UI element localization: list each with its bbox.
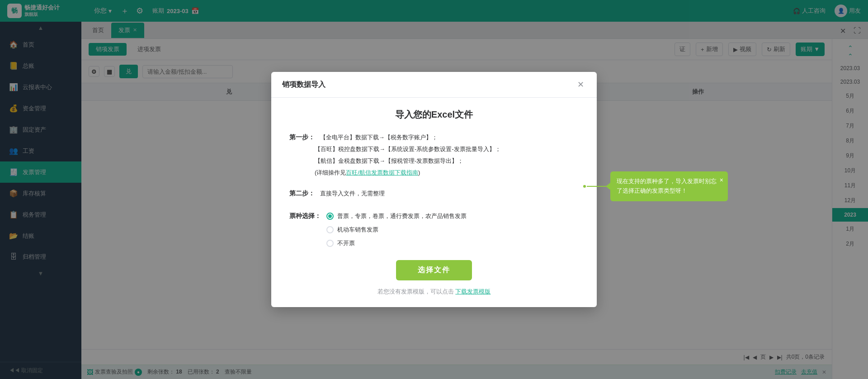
tooltip-text: 现在支持的票种多了，导入发票时别忘了选择正确的发票类型呀！ [617, 178, 717, 194]
download-template-link[interactable]: 下载发票模版 [455, 288, 491, 295]
radio-group: 普票，专票，卷票，通行费发票，农产品销售发票 机动车销售发票 不开票 [326, 212, 467, 247]
modal-title: 销项数据导入 [282, 80, 326, 90]
step1-link: (详细操作见百旺/航信发票数据下载指南) [315, 167, 579, 179]
radio-circle-3 [326, 240, 334, 247]
modal-close-btn[interactable]: ✕ [575, 79, 586, 90]
radio-dot-1 [328, 214, 332, 218]
radio-circle-2 [326, 226, 334, 233]
step1-line3: 【航信】金税盘数据下载→【报税管理-发票数据导出】； [315, 155, 579, 167]
step1-indent: 【百旺】税控盘数据下载→【系统设置-系统参数设置-发票批量导入】； 【航信】金税… [289, 143, 579, 179]
modal-main-title: 导入您的Excel文件 [289, 109, 579, 121]
tooltip-close-btn[interactable]: × [720, 175, 723, 185]
step2-text: 直接导入文件，无需整理 [320, 190, 385, 197]
radio-circle-1 [326, 213, 334, 220]
step1-label: 第一步： [289, 133, 315, 142]
radio-item-3[interactable]: 不开票 [326, 239, 467, 247]
step1-line1: 【全电平台】数据下载→【税务数字账户】； [320, 134, 438, 141]
modal-body: 导入您的Excel文件 第一步： 【全电平台】数据下载→【税务数字账户】； 【百… [271, 98, 597, 307]
modal-footer: 若您没有发票模版，可以点击 下载发票模版 [289, 288, 579, 296]
radio-label-3: 不开票 [337, 239, 355, 247]
step1-line2: 【百旺】税控盘数据下载→【系统设置-系统参数设置-发票批量导入】； [315, 143, 579, 155]
radio-label-1: 普票，专票，卷票，通行费发票，农产品销售发票 [337, 212, 467, 220]
import-modal: 销项数据导入 ✕ 导入您的Excel文件 第一步： 【全电平台】数据下载→【税务… [271, 72, 597, 307]
radio-label-2: 机动车销售发票 [337, 226, 378, 234]
step2-label: 第二步： [289, 190, 315, 198]
radio-item-2[interactable]: 机动车销售发票 [326, 226, 467, 234]
select-file-btn[interactable]: 选择文件 [396, 260, 472, 280]
step1: 第一步： 【全电平台】数据下载→【税务数字账户】； 【百旺】税控盘数据下载→【系… [289, 132, 579, 179]
guide-link[interactable]: 百旺/航信发票数据下载指南 [346, 169, 418, 176]
ticket-selection: 票种选择： 普票，专票，卷票，通行费发票，农产品销售发票 机动车销售发票 [289, 208, 579, 247]
step2: 第二步： 直接导入文件，无需整理 [289, 188, 579, 199]
ticket-label: 票种选择： [289, 212, 321, 220]
tooltip-dot [582, 184, 587, 189]
tooltip-arrow [606, 183, 610, 190]
radio-item-1[interactable]: 普票，专票，卷票，通行费发票，农产品销售发票 [326, 212, 467, 220]
tooltip-container: × 现在支持的票种多了，导入发票时别忘了选择正确的发票类型呀！ [610, 171, 728, 201]
modal-overlay: 销项数据导入 ✕ 导入您的Excel文件 第一步： 【全电平台】数据下载→【税务… [0, 0, 868, 379]
modal-header: 销项数据导入 ✕ [271, 72, 597, 98]
tooltip-bubble: × 现在支持的票种多了，导入发票时别忘了选择正确的发票类型呀！ [610, 171, 728, 201]
